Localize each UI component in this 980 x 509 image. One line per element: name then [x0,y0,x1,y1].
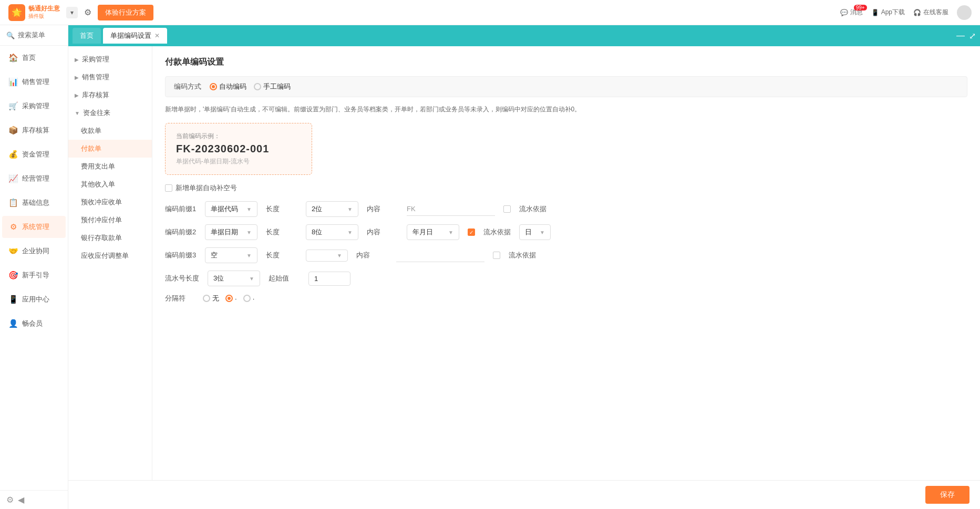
serial1-checkbox[interactable] [503,205,511,213]
sep-option-dot1[interactable]: · [225,295,237,303]
sidebar-item-member[interactable]: 👤 畅会员 [2,313,66,335]
sidebar-search[interactable]: 🔍 搜索菜单 [0,25,68,46]
sidebar-bottom: ⚙ ◀ [0,490,68,509]
sidebar-item-operations[interactable]: 📈 经营管理 [2,168,66,190]
serial2-label: 流水依据 [483,227,511,237]
content3-input[interactable] [396,248,484,262]
menu-group-header-purchase[interactable]: ▶ 采购管理 [68,50,152,68]
menu-item-expense[interactable]: 费用支出单 [68,158,152,175]
topbar-left: 🌟 畅通好生意 插件版 ▾ ⚙ 体验行业方案 [8,4,153,21]
menu-group-header-inventory[interactable]: ▶ 库存核算 [68,86,152,104]
trial-btn[interactable]: 体验行业方案 [98,5,153,20]
length2-arrow: ▼ [347,230,353,235]
menu-item-payment[interactable]: 付款单 [68,140,152,158]
prefix-row-3: 编码前缀3 空 ▼ 长度 ▼ 内容 流水依据 [165,247,967,263]
menu-item-pre-payment[interactable]: 预付冲应付单 [68,211,152,229]
arrow-funds: ▼ [75,110,80,116]
menu-label-sales: 销售管理 [82,72,109,82]
sidebar-settings-btn[interactable]: ⚙ [6,495,14,505]
sep-option-none[interactable]: 无 [203,294,219,303]
menu-group-header-sales[interactable]: ▶ 销售管理 [68,68,152,86]
tab-home[interactable]: 首页 [73,28,101,44]
arrow-purchase: ▶ [75,57,79,63]
menu-item-adjust[interactable]: 应收应付调整单 [68,247,152,265]
messages-badge: 99+ [854,5,867,11]
sidebar-label-operations: 经营管理 [22,174,49,183]
tab-home-label: 首页 [80,31,94,40]
app-download-btn[interactable]: 📱 App下载 [871,8,905,17]
operations-icon: 📈 [8,174,18,183]
prefix3-select[interactable]: 空 ▼ [205,247,257,263]
sidebar-item-basic[interactable]: 📋 基础信息 [2,192,66,214]
auto-fill-checkbox[interactable] [165,184,172,192]
sidebar-item-purchase[interactable]: 🛒 采购管理 [2,95,66,117]
tab-close-icon[interactable]: ✕ [154,32,160,39]
serial3-checkbox[interactable] [493,252,500,259]
sidebar-item-collab[interactable]: 🤝 企业协同 [2,240,66,262]
serial2-checkbox[interactable]: ✓ [468,228,475,236]
prefix1-select[interactable]: 单据代码 ▼ [205,201,257,217]
nav-dropdown-btn[interactable]: ▾ [66,7,78,18]
sidebar-item-system[interactable]: ⚙ 系统管理 [2,216,66,238]
content3-label: 内容 [356,251,388,260]
menu-item-bank[interactable]: 银行存取款单 [68,229,152,247]
length1-select[interactable]: 2位 ▼ [306,201,358,217]
prefix1-label: 编码前缀1 [165,204,197,214]
length3-arrow: ▼ [337,253,342,258]
topbar-right: 💬 消息 99+ 📱 App下载 🎧 在线客服 [840,5,972,20]
tab-encode-settings[interactable]: 单据编码设置 ✕ [103,28,167,44]
message-icon: 💬 [840,9,848,16]
topbar-settings-btn[interactable]: ⚙ [84,7,91,17]
save-button[interactable]: 保存 [925,486,969,504]
radio-manual-encode[interactable]: 手工编码 [254,82,291,91]
radio-manual-circle [254,83,261,90]
finance-icon: 💰 [8,150,18,159]
radio-auto-label: 自动编码 [219,82,246,91]
content2-arrow: ▼ [448,230,453,235]
prefix3-label: 编码前缀3 [165,251,197,260]
prefix2-value: 单据日期 [211,227,238,237]
sidebar-item-guide[interactable]: 🎯 新手引导 [2,264,66,286]
menu-group-funds: ▼ 资金往来 收款单 付款单 费用支出单 其他收入单 预收冲应收单 预付冲应付单… [68,104,152,265]
prefix2-label: 编码前缀2 [165,227,197,237]
sidebar: 🔍 搜索菜单 🏠 首页 📊 销售管理 🛒 采购管理 📦 库存核算 💰 资金管理 … [0,25,68,509]
serial-settings-row: 流水号长度 3位 ▼ 起始值 [165,271,967,286]
guide-icon: 🎯 [8,271,18,280]
sidebar-item-apps[interactable]: 📱 应用中心 [2,288,66,310]
sidebar-label-purchase: 采购管理 [22,101,49,111]
length2-select[interactable]: 8位 ▼ [306,224,358,240]
sidebar-item-finance[interactable]: 💰 资金管理 [2,143,66,165]
sidebar-search-label: 搜索菜单 [18,30,45,40]
serial2-unit-arrow: ▼ [540,230,545,235]
avatar[interactable] [957,5,972,20]
home-icon: 🏠 [8,53,18,63]
messages-btn[interactable]: 💬 消息 99+ [840,8,863,17]
tabbar-minimize-btn[interactable]: — [956,31,965,41]
radio-group-encode: 自动编码 手工编码 [210,82,291,91]
length3-select[interactable]: ▼ [306,250,348,262]
menu-item-other-income[interactable]: 其他收入单 [68,175,152,193]
menu-item-pre-receipt[interactable]: 预收冲应收单 [68,193,152,211]
sidebar-collapse-btn[interactable]: ◀ [18,495,24,505]
main: 首页 单据编码设置 ✕ — ⤢ ▶ 采购管理 [68,25,980,509]
start-value-input[interactable] [308,272,350,286]
content1-input[interactable] [407,202,495,216]
sidebar-item-sales[interactable]: 📊 销售管理 [2,71,66,93]
radio-auto-encode[interactable]: 自动编码 [210,82,246,91]
topbar: 🌟 畅通好生意 插件版 ▾ ⚙ 体验行业方案 💬 消息 99+ 📱 App下载 … [0,0,980,25]
online-service-btn[interactable]: 🎧 在线客服 [913,8,948,17]
sidebar-item-home[interactable]: 🏠 首页 [2,47,66,69]
serial-length-select[interactable]: 3位 ▼ [208,271,260,286]
prefix3-value: 空 [211,251,218,260]
sidebar-item-inventory[interactable]: 📦 库存核算 [2,119,66,141]
serial2-unit-select[interactable]: 日 ▼ [519,224,551,240]
code-preview-box: 当前编码示例： FK-20230602-001 单据代码-单据日期-流水号 [165,123,312,175]
menu-item-receipt[interactable]: 收款单 [68,122,152,140]
content2-select[interactable]: 年月日 ▼ [407,224,459,240]
prefix2-select[interactable]: 单据日期 ▼ [205,224,257,240]
sidebar-label-inventory: 库存核算 [22,126,49,135]
sep-option-dot2[interactable]: · [243,295,255,303]
menu-group-header-funds[interactable]: ▼ 资金往来 [68,104,152,122]
radio-auto-circle [210,83,217,90]
tabbar-expand-btn[interactable]: ⤢ [969,31,976,41]
